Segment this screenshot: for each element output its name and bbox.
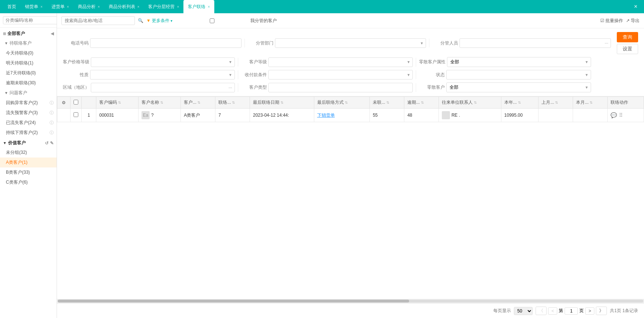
- filter-row-4: 区域（地区） ··· 客户类型 零散客户 全部 ▼: [63, 82, 638, 92]
- nav-customer-contact-label: 客户联络: [188, 4, 205, 10]
- nav-customer-contact-close[interactable]: ×: [208, 5, 210, 9]
- scrollbar-thumb[interactable]: [58, 300, 409, 303]
- type-sort-icon[interactable]: ⇅: [197, 100, 200, 105]
- sidebar: 🔍 ⊞ 全部客户 ◀ ▼ 待联络客户 今天待联络(0) 明天待联络(1) 近7天…: [0, 13, 57, 318]
- filter-payment-dropdown[interactable]: ▼: [268, 70, 413, 80]
- horizontal-scrollbar[interactable]: [57, 299, 644, 303]
- sidebar-value-section[interactable]: ▼ 价值客户 ↺ ✎: [0, 138, 57, 148]
- chat-icon[interactable]: 💬: [611, 112, 617, 118]
- prev-page-button[interactable]: <: [548, 307, 557, 315]
- name-sort-icon[interactable]: ⇅: [160, 100, 163, 105]
- main-search-button[interactable]: 🔍: [138, 18, 143, 23]
- select-all-checkbox[interactable]: [74, 100, 78, 105]
- nav-purchase[interactable]: 进货单 ×: [47, 0, 74, 13]
- refresh-icon[interactable]: ↺: [45, 141, 49, 146]
- col-checkbox[interactable]: [71, 97, 82, 109]
- batch-op-button[interactable]: ☑ 批量操作: [600, 18, 623, 24]
- filter-status-dropdown[interactable]: ▼: [446, 70, 591, 80]
- nav-goods-analysis-close[interactable]: ×: [98, 5, 100, 9]
- sidebar-search-input[interactable]: [3, 16, 57, 24]
- sidebar-all-customers-header[interactable]: ⊞ 全部客户 ◀: [0, 28, 57, 38]
- code-sort-icon[interactable]: ⇅: [118, 100, 121, 105]
- status-arrow: ▼: [585, 73, 588, 77]
- settings-button[interactable]: 设置: [617, 44, 638, 54]
- unit-contact-sort-icon[interactable]: ⇅: [474, 100, 477, 105]
- this-month-sort-icon[interactable]: ⇅: [590, 100, 593, 105]
- customer-table: ⚙ 客户编码 ⇅ 客户名称 ⇅: [57, 96, 644, 122]
- contact-sort-icon[interactable]: ⇅: [232, 100, 235, 105]
- my-customers-checkbox-label[interactable]: 我分管的客户: [175, 18, 277, 24]
- nav-sales-close[interactable]: ×: [40, 5, 43, 9]
- nav-customer-tier-close[interactable]: ×: [177, 5, 179, 9]
- sidebar-item-repurchase-abnormal[interactable]: 回购异常客户(2) ⓘ: [0, 98, 57, 108]
- col-unit-contact: 往来单位联系人 ⇅: [439, 97, 501, 109]
- nav-home[interactable]: 首页: [3, 0, 21, 13]
- nav-customer-contact[interactable]: 客户联络 ×: [183, 0, 214, 13]
- more-filters-button[interactable]: ▼ 更多条件 ▾: [146, 18, 172, 24]
- filter-region-input[interactable]: ···: [91, 83, 235, 92]
- sidebar-item-today[interactable]: 今天待联络(0): [0, 48, 57, 58]
- main-search-input[interactable]: [61, 16, 135, 25]
- next-page-button[interactable]: >: [585, 307, 594, 315]
- filter-price-level-dropdown[interactable]: ▼: [91, 57, 235, 67]
- sidebar-item-tomorrow[interactable]: 明天待联络(1): [0, 58, 57, 68]
- sidebar-item-overdue[interactable]: 逾期未联络(30): [0, 78, 57, 88]
- scrollbar-track[interactable]: [58, 300, 643, 303]
- last-contact-method[interactable]: 下销货单: [317, 113, 335, 118]
- col-last-method: 最后联络方式 ⇅: [314, 97, 370, 109]
- last-date-sort-icon[interactable]: ⇅: [280, 100, 283, 105]
- sidebar-item-ungrouped[interactable]: 未分组(32): [0, 148, 57, 158]
- unit-contact-avatar: [442, 111, 450, 119]
- nav-sales[interactable]: 销货单 ×: [21, 0, 47, 13]
- sidebar-item-churned[interactable]: 已流失客户(24) ⓘ: [0, 118, 57, 128]
- collapse-icon[interactable]: ◀: [51, 31, 54, 36]
- nav-goods-analysis[interactable]: 商品分析 ×: [74, 0, 104, 13]
- my-customers-checkbox[interactable]: [175, 18, 249, 23]
- filter-manager-input[interactable]: ···: [459, 38, 611, 48]
- filter-retail-attr-dropdown[interactable]: 全部 ▼: [447, 57, 591, 67]
- last-page-button[interactable]: 》: [596, 307, 607, 315]
- edit-icon[interactable]: ✎: [50, 141, 54, 146]
- last-method-sort-icon[interactable]: ⇅: [345, 100, 348, 105]
- filter-price-level: 客户价格等级 ▼: [63, 57, 235, 67]
- no-contact-sort-icon[interactable]: ⇅: [386, 100, 389, 105]
- filter-phone-input[interactable]: [90, 38, 242, 48]
- query-button[interactable]: 查询: [617, 32, 638, 42]
- main-layout: 🔍 ⊞ 全部客户 ◀ ▼ 待联络客户 今天待联络(0) 明天待联络(1) 近7天…: [0, 13, 644, 318]
- filter-customer-level-dropdown[interactable]: ▼: [268, 57, 413, 67]
- filter-dept-dropdown[interactable]: ▼: [275, 38, 426, 48]
- row-checkbox[interactable]: [74, 112, 78, 117]
- current-page-input[interactable]: [565, 307, 578, 315]
- sidebar-item-type-a[interactable]: A类客户(1): [0, 158, 57, 167]
- nav-goods-analysis-list-close[interactable]: ×: [137, 5, 140, 9]
- sidebar-item-type-b[interactable]: B类客户(33): [0, 167, 57, 177]
- sidebar-item-churn-warning[interactable]: 流失预警客户(3) ⓘ: [0, 108, 57, 118]
- window-close-button[interactable]: ×: [630, 3, 641, 10]
- overdue-sort-icon[interactable]: ⇅: [421, 100, 424, 105]
- sidebar-problem-section[interactable]: ▼ 问题客户: [0, 88, 57, 98]
- pagination-bar: 每页显示 50 100 200 《 < 第 页 > 》 共1页 1条记录: [57, 303, 644, 318]
- sidebar-pending-section[interactable]: ▼ 待联络客户: [0, 38, 57, 48]
- filter-retail-customer-dropdown[interactable]: 全部 ▼: [446, 82, 591, 92]
- sidebar-item-7days[interactable]: 近7天待联络(0): [0, 68, 57, 78]
- first-page-button[interactable]: 《: [536, 307, 547, 315]
- export-button[interactable]: ↗ 导出: [626, 18, 640, 24]
- this-year-sort-icon[interactable]: ⇅: [518, 100, 521, 105]
- qr-icon[interactable]: ⠿: [619, 112, 623, 118]
- nav-customer-tier[interactable]: 客户分层经营 ×: [144, 0, 183, 13]
- filter-customer-type-input[interactable]: [268, 83, 413, 92]
- nav-goods-analysis-list[interactable]: 商品分析列表 ×: [104, 0, 144, 13]
- row-checkbox-cell[interactable]: [71, 109, 82, 122]
- nav-purchase-close[interactable]: ×: [67, 5, 69, 9]
- filter-dept-label: 分管部门: [248, 40, 273, 46]
- row-num: 1: [87, 113, 90, 118]
- sidebar-item-declining[interactable]: 持续下滑客户(2) ⓘ: [0, 128, 57, 138]
- page-size-select[interactable]: 50 100 200: [514, 307, 533, 315]
- sidebar-item-type-c[interactable]: C类客户(6): [0, 177, 57, 187]
- type-b-label: B类客户(33): [6, 169, 54, 176]
- last-month-sort-icon[interactable]: ⇅: [555, 100, 558, 105]
- arrow-icon: ▼: [3, 141, 7, 145]
- filter-nature-dropdown[interactable]: ▼: [90, 70, 235, 80]
- row-code: 000031: [99, 113, 114, 118]
- col-settings[interactable]: ⚙: [57, 97, 71, 109]
